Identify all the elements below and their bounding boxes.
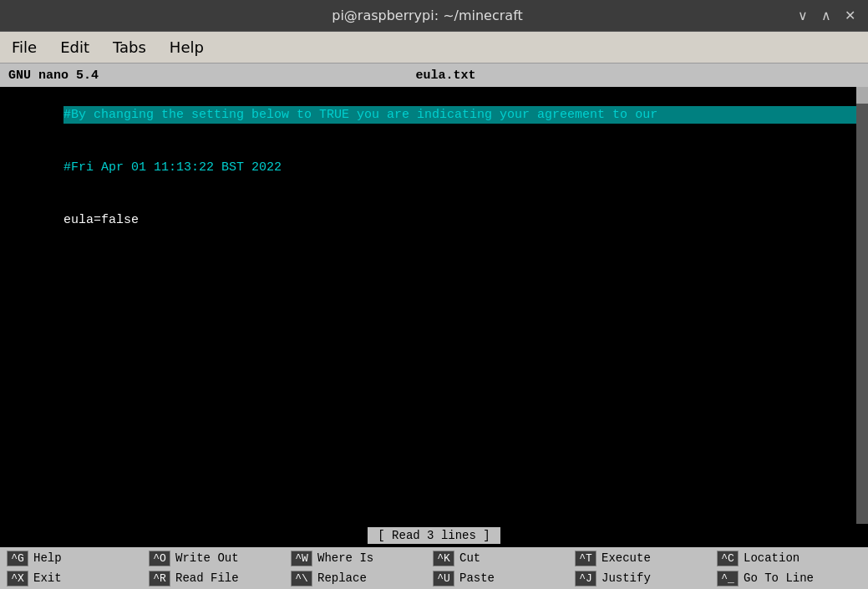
- window-title: pi@raspberrypi: ~/minecraft: [60, 8, 794, 23]
- key-cg: ^G: [7, 551, 28, 566]
- editor-line-1: #By changing the setting below to TRUE y…: [3, 89, 853, 141]
- label-location: Location: [744, 551, 799, 565]
- label-where-is: Where Is: [317, 551, 373, 565]
- label-execute: Execute: [602, 551, 651, 565]
- key-cc: ^C: [717, 551, 739, 566]
- shortcut-location[interactable]: ^C Location: [717, 551, 859, 566]
- shortcut-where-is[interactable]: ^W Where Is: [291, 551, 433, 566]
- shortcut-justify[interactable]: ^J Justify: [575, 571, 717, 586]
- maximize-button[interactable]: ∧: [818, 9, 835, 23]
- shortcut-exit[interactable]: ^X Exit: [7, 571, 149, 586]
- key-underscore: ^_: [717, 571, 739, 586]
- menu-tabs[interactable]: Tabs: [109, 37, 150, 58]
- key-backslash: ^\: [291, 571, 312, 586]
- key-cw: ^W: [291, 551, 312, 566]
- status-bar: [ Read 3 lines ]: [0, 524, 868, 547]
- shortcut-cut[interactable]: ^K Cut: [433, 551, 575, 566]
- label-cut: Cut: [459, 551, 480, 565]
- editor-wrapper[interactable]: #By changing the setting below to TRUE y…: [0, 87, 868, 524]
- menu-help[interactable]: Help: [166, 37, 207, 58]
- scrollbar[interactable]: [856, 87, 868, 524]
- shortcut-bar: ^G Help ^O Write Out ^W Where Is ^K Cut …: [0, 547, 868, 589]
- window-controls: ∨ ∧ ✕: [794, 9, 858, 23]
- shortcut-row-2: ^X Exit ^R Read File ^\ Replace ^U Paste…: [0, 568, 868, 588]
- key-cj: ^J: [575, 571, 596, 586]
- key-cr: ^R: [149, 571, 170, 586]
- nano-header-bar: GNU nano 5.4 eula.txt: [0, 63, 868, 87]
- key-ct: ^T: [575, 551, 596, 566]
- line-1-text: #By changing the setting below to TRUE y…: [63, 106, 868, 124]
- title-bar: pi@raspberrypi: ~/minecraft ∨ ∧ ✕: [0, 0, 868, 32]
- shortcut-row-1: ^G Help ^O Write Out ^W Where Is ^K Cut …: [0, 548, 868, 568]
- close-button[interactable]: ✕: [841, 9, 858, 23]
- editor-line-2: #Fri Apr 01 11:13:22 BST 2022: [3, 141, 853, 194]
- label-goto-line: Go To Line: [744, 571, 814, 585]
- nano-version: GNU nano 5.4: [8, 69, 99, 83]
- menu-edit[interactable]: Edit: [57, 37, 93, 58]
- label-write-out: Write Out: [175, 551, 239, 565]
- shortcut-write-out[interactable]: ^O Write Out: [149, 551, 291, 566]
- shortcut-read-file[interactable]: ^R Read File: [149, 571, 291, 586]
- shortcut-execute[interactable]: ^T Execute: [575, 551, 717, 566]
- label-justify: Justify: [602, 571, 651, 585]
- key-ck: ^K: [433, 551, 454, 566]
- line-3-text: eula=false: [63, 213, 139, 227]
- line-2-text: #Fri Apr 01 11:13:22 BST 2022: [63, 160, 282, 175]
- label-paste: Paste: [459, 571, 495, 585]
- editor-area[interactable]: #By changing the setting below to TRUE y…: [0, 87, 856, 248]
- menu-file[interactable]: File: [8, 37, 40, 58]
- editor-content[interactable]: #By changing the setting below to TRUE y…: [0, 87, 856, 248]
- shortcut-replace[interactable]: ^\ Replace: [291, 571, 433, 586]
- nano-filename: eula.txt: [416, 69, 476, 83]
- chevron-down-button[interactable]: ∨: [794, 9, 811, 23]
- menu-bar: File Edit Tabs Help: [0, 32, 868, 63]
- key-co: ^O: [149, 551, 170, 566]
- label-read-file: Read File: [175, 571, 239, 585]
- key-cu: ^U: [433, 571, 454, 586]
- shortcut-goto-line[interactable]: ^_ Go To Line: [717, 571, 859, 586]
- shortcut-help[interactable]: ^G Help: [7, 551, 149, 566]
- status-message: [ Read 3 lines ]: [368, 527, 500, 544]
- editor-line-3: eula=false: [3, 194, 853, 246]
- label-replace: Replace: [317, 571, 367, 585]
- label-help: Help: [33, 551, 62, 565]
- shortcut-paste[interactable]: ^U Paste: [433, 571, 575, 586]
- key-cx: ^X: [7, 571, 28, 586]
- label-exit: Exit: [33, 571, 62, 585]
